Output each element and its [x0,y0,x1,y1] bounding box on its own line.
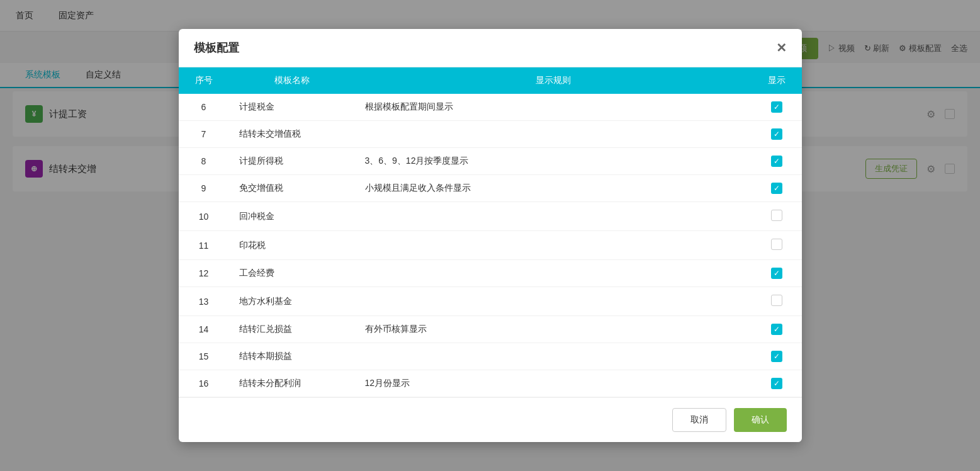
cell-name: 工会经费 [229,260,355,287]
cell-name: 印花税 [229,231,355,260]
checkbox-checked[interactable]: ✓ [771,183,782,194]
cell-name: 结转汇兑损益 [229,316,355,343]
col-header-id: 序号 [179,67,229,94]
cell-name: 免交增值税 [229,175,355,202]
cell-rule [355,231,752,260]
checkbox-checked[interactable]: ✓ [771,101,782,113]
modal-close-button[interactable]: ✕ [776,42,787,54]
checkbox-checked[interactable]: ✓ [771,351,782,362]
col-header-rule: 显示规则 [355,67,752,94]
cell-id: 14 [179,316,229,343]
table-row: 12工会经费✓ [179,260,802,287]
cell-name: 计提所得税 [229,148,355,175]
cell-id: 12 [179,260,229,287]
table-body: 6计提税金根据模板配置期间显示✓7结转未交增值税✓8计提所得税3、6、9、12月… [179,94,802,397]
modal-header: 模板配置 ✕ [179,29,802,67]
cell-rule [355,343,752,370]
col-header-display: 显示 [752,67,802,94]
cell-id: 15 [179,343,229,370]
modal-overlay: 模板配置 ✕ 序号 模板名称 显示规则 显示 6计提税金根据模板配置期间显示✓7… [0,0,980,471]
cell-name: 地方水利基金 [229,287,355,316]
cell-id: 16 [179,370,229,397]
cell-rule: 12月份显示 [355,370,752,397]
modal-title: 模板配置 [194,40,239,55]
table-row: 6计提税金根据模板配置期间显示✓ [179,94,802,121]
checkbox-unchecked[interactable] [771,239,782,250]
cell-checkbox: ✓ [752,370,802,397]
cell-name: 结转未分配利润 [229,370,355,397]
cell-rule: 3、6、9、12月按季度显示 [355,148,752,175]
cell-name: 计提税金 [229,94,355,121]
checkbox-checked[interactable]: ✓ [771,324,782,335]
cell-id: 7 [179,121,229,148]
checkbox-unchecked[interactable] [771,210,782,221]
cell-checkbox: ✓ [752,343,802,370]
modal-table-container: 序号 模板名称 显示规则 显示 6计提税金根据模板配置期间显示✓7结转未交增值税… [179,67,802,397]
cell-rule [355,260,752,287]
cancel-button[interactable]: 取消 [672,408,726,432]
cell-checkbox: ✓ [752,121,802,148]
table-header: 序号 模板名称 显示规则 显示 [179,67,802,94]
cell-checkbox: ✓ [752,94,802,121]
checkbox-checked[interactable]: ✓ [771,156,782,167]
modal-footer: 取消 确认 [179,397,802,442]
table-row: 9免交增值税小规模且满足收入条件显示✓ [179,175,802,202]
cell-checkbox: ✓ [752,260,802,287]
table-row: 14结转汇兑损益有外币核算显示✓ [179,316,802,343]
checkbox-checked[interactable]: ✓ [771,268,782,279]
table-row: 7结转未交增值税✓ [179,121,802,148]
template-config-modal: 模板配置 ✕ 序号 模板名称 显示规则 显示 6计提税金根据模板配置期间显示✓7… [179,29,802,442]
cell-checkbox: ✓ [752,175,802,202]
cell-rule [355,202,752,231]
cell-rule [355,287,752,316]
cell-id: 8 [179,148,229,175]
table-row: 16结转未分配利润12月份显示✓ [179,370,802,397]
table-row: 8计提所得税3、6、9、12月按季度显示✓ [179,148,802,175]
cell-id: 9 [179,175,229,202]
checkbox-unchecked[interactable] [771,295,782,306]
template-config-table: 序号 模板名称 显示规则 显示 6计提税金根据模板配置期间显示✓7结转未交增值税… [179,67,802,397]
cell-id: 6 [179,94,229,121]
checkbox-checked[interactable]: ✓ [771,378,782,389]
checkbox-checked[interactable]: ✓ [771,128,782,140]
cell-checkbox [752,287,802,316]
cell-id: 13 [179,287,229,316]
table-row: 13地方水利基金 [179,287,802,316]
table-row: 10回冲税金 [179,202,802,231]
cell-checkbox: ✓ [752,316,802,343]
cell-checkbox: ✓ [752,148,802,175]
cell-rule [355,121,752,148]
cell-name: 结转未交增值税 [229,121,355,148]
cell-name: 结转本期损益 [229,343,355,370]
table-row: 15结转本期损益✓ [179,343,802,370]
cell-rule: 有外币核算显示 [355,316,752,343]
cell-checkbox [752,231,802,260]
cell-id: 11 [179,231,229,260]
cell-id: 10 [179,202,229,231]
cell-name: 回冲税金 [229,202,355,231]
col-header-name: 模板名称 [229,67,355,94]
cell-rule: 根据模板配置期间显示 [355,94,752,121]
table-row: 11印花税 [179,231,802,260]
confirm-button[interactable]: 确认 [734,408,787,432]
cell-rule: 小规模且满足收入条件显示 [355,175,752,202]
cell-checkbox [752,202,802,231]
